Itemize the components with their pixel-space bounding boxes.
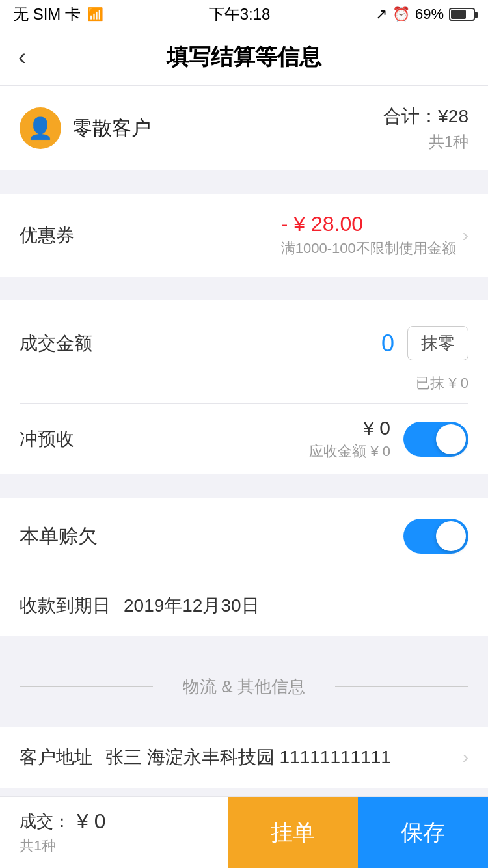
duedate-row: 收款到期日 2019年12月30日 — [0, 575, 488, 636]
coupon-desc: 满1000-100不限制使用金额 — [281, 239, 456, 258]
battery-percent: 69% — [415, 6, 444, 23]
status-right: ↗ ⏰ 69% — [375, 6, 475, 23]
precollect-sub-value: 应收金额 ¥ 0 — [309, 442, 390, 461]
address-chevron-icon: › — [463, 747, 468, 768]
bottom-bar: 成交： ¥ 0 共1种 挂单 保存 — [0, 796, 488, 868]
round-button[interactable]: 抹零 — [407, 326, 468, 360]
amount-row: 成交金额 0 抹零 — [20, 313, 468, 373]
logistics-divider: 物流 & 其他信息 — [0, 660, 488, 714]
coupon-row[interactable]: 优惠券 - ¥ 28.00 满1000-100不限制使用金额 › — [0, 194, 488, 277]
status-time: 下午3:18 — [209, 4, 271, 25]
precollect-label: 冲预收 — [20, 427, 74, 452]
hold-button[interactable]: 挂单 — [228, 797, 358, 869]
avatar: 👤 — [20, 107, 61, 149]
toggle-knob — [436, 424, 466, 454]
customer-left: 👤 零散客户 — [20, 107, 151, 149]
address-value: 张三 海淀永丰科技园 11111111111 — [105, 745, 450, 770]
gap-4 — [0, 647, 488, 660]
debt-label: 本单赊欠 — [20, 523, 98, 550]
location-icon: ↗ — [375, 6, 387, 23]
gap-2 — [0, 287, 488, 300]
debt-toggle-knob — [436, 521, 466, 551]
debt-toggle[interactable] — [403, 519, 468, 554]
duedate-value: 2019年12月30日 — [124, 593, 260, 618]
avatar-icon: 👤 — [27, 116, 53, 141]
wifi-icon: 📶 — [87, 7, 103, 22]
logistics-label: 物流 & 其他信息 — [183, 675, 305, 698]
gap-5 — [0, 714, 488, 727]
carrier-text: 无 SIM 卡 — [13, 4, 81, 25]
bottom-deal-amount: ¥ 0 — [77, 809, 105, 834]
coupon-label: 优惠券 — [20, 223, 74, 248]
address-section[interactable]: 客户地址 张三 海淀永丰科技园 11111111111 › — [0, 727, 488, 788]
precollect-right: ¥ 0 应收金额 ¥ 0 — [309, 417, 468, 461]
bottom-info: 成交： ¥ 0 共1种 — [0, 809, 228, 856]
page-title: 填写结算等信息 — [167, 42, 321, 72]
bottom-deal-label: 成交： — [20, 810, 70, 833]
amount-value-wrap: 0 抹零 — [381, 326, 468, 360]
precollect-toggle[interactable] — [403, 422, 468, 457]
save-button[interactable]: 保存 — [358, 797, 488, 869]
coupon-section[interactable]: 优惠券 - ¥ 28.00 满1000-100不限制使用金额 › — [0, 194, 488, 277]
precollect-main-value: ¥ 0 — [309, 417, 390, 439]
duedate-label: 收款到期日 — [20, 593, 111, 618]
precollect-values: ¥ 0 应收金额 ¥ 0 — [309, 417, 390, 461]
amount-value: 0 — [381, 330, 394, 357]
content: 👤 零散客户 合计：¥28 共1种 优惠券 - ¥ 28.00 满1000-10… — [0, 86, 488, 868]
debt-section: 本单赊欠 收款到期日 2019年12月30日 — [0, 498, 488, 636]
bottom-deal-row: 成交： ¥ 0 — [20, 809, 208, 834]
address-row[interactable]: 客户地址 张三 海淀永丰科技园 11111111111 › — [0, 727, 488, 788]
customer-section: 👤 零散客户 合计：¥28 共1种 — [0, 86, 488, 170]
coupon-chevron-icon: › — [463, 225, 468, 246]
coupon-value: - ¥ 28.00 — [281, 212, 456, 236]
deal-amount-section: 成交金额 0 抹零 已抹 ¥ 0 冲预收 ¥ 0 应收金额 ¥ 0 — [0, 300, 488, 474]
customer-row: 👤 零散客户 合计：¥28 共1种 — [0, 86, 488, 170]
total-count: 共1种 — [383, 131, 468, 152]
amount-label: 成交金额 — [20, 331, 92, 356]
precollect-row: 冲预收 ¥ 0 应收金额 ¥ 0 — [0, 404, 488, 474]
gap-3 — [0, 485, 488, 498]
coupon-right: - ¥ 28.00 满1000-100不限制使用金额 › — [281, 212, 468, 258]
amount-section-inner: 成交金额 0 抹零 已抹 ¥ 0 — [0, 300, 488, 403]
coupon-value-wrap: - ¥ 28.00 满1000-100不限制使用金额 — [281, 212, 456, 258]
alarm-icon: ⏰ — [392, 6, 410, 23]
customer-right: 合计：¥28 共1种 — [383, 104, 468, 152]
address-label: 客户地址 — [20, 745, 92, 770]
customer-name: 零散客户 — [73, 115, 151, 142]
nav-bar: ‹ 填写结算等信息 — [0, 29, 488, 86]
back-button[interactable]: ‹ — [18, 44, 26, 71]
debt-row: 本单赊欠 — [0, 498, 488, 575]
amount-sub: 已抹 ¥ 0 — [20, 373, 468, 403]
battery-icon — [449, 8, 475, 21]
gap-1 — [0, 181, 488, 194]
bottom-count: 共1种 — [20, 836, 208, 856]
status-bar: 无 SIM 卡 📶 下午3:18 ↗ ⏰ 69% — [0, 0, 488, 29]
total-label: 合计：¥28 — [383, 104, 468, 129]
status-left: 无 SIM 卡 📶 — [13, 4, 103, 25]
